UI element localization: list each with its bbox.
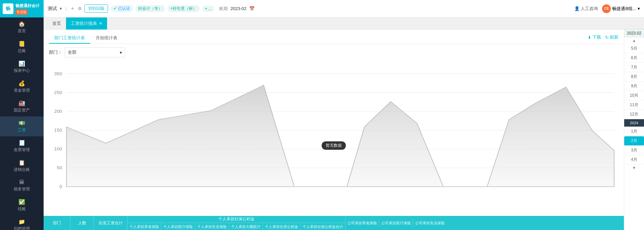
month-oct[interactable]: 10月	[624, 91, 644, 100]
sidebar-item-funds[interactable]: 💰 资金管理	[0, 77, 44, 97]
subtab-dept[interactable]: 部门工资统计表	[49, 33, 90, 44]
help-btn[interactable]: 👤 人工咨询	[574, 6, 598, 12]
tab-home[interactable]: 首页	[48, 17, 66, 30]
scroll-up-btn[interactable]: ▲	[624, 37, 644, 44]
archive-icon: 📁	[18, 219, 25, 225]
certified-badge: ✔ 已认证	[111, 5, 132, 12]
sidebar-item-assets[interactable]: 🏭 固定资产	[0, 97, 44, 117]
settings-gear-icon[interactable]: ⚙	[78, 6, 82, 11]
dept-select[interactable]: 全部 ▾	[65, 47, 125, 57]
sidebar-item-salary[interactable]: 💵 工资	[0, 117, 44, 136]
chart-container: 暂无数据 0 50 100 150 200 250	[44, 61, 624, 216]
svg-text:350: 350	[54, 72, 62, 76]
main-content: 测试 ▾ | ＋ ⚙ 切到旧版 ✔ 已认证 好会计（专） +好生意（标） + .…	[44, 0, 644, 230]
sidebar-item-ledger[interactable]: 📒 总账	[0, 37, 44, 57]
footer-group-cols: 个人承担养老保险 个人承担医疗保险 个人承担失业保险 个人承担大额医疗 个人承担…	[127, 223, 345, 230]
svg-text:250: 250	[54, 90, 62, 95]
funds-icon: 💰	[18, 80, 25, 87]
toolbar-left: 部门： 全部 ▾	[49, 47, 125, 57]
footer-company-pension: 公司承担养老保险	[345, 219, 379, 227]
sidebar-nav: 🏠 首页 📒 总账 📊 报表中心 💰 资金管理 🏭 固定资产 💵 工资 🧾 发票…	[0, 17, 44, 230]
month-sep[interactable]: 9月	[624, 82, 644, 91]
user-dropdown-icon: ▾	[638, 6, 640, 11]
sidebar-item-invoice[interactable]: 🧾 发票管理	[0, 136, 44, 156]
subtabs: 部门工资统计表 月份统计表 ⬇ 下载 ↻ 刷新	[44, 30, 624, 44]
chart-svg: 0 50 100 150 200 250 350	[49, 63, 619, 201]
footer-personal-unemployment: 个人承担失业保险	[195, 223, 229, 230]
footer-personal-large-medical: 个人承担大额医疗	[229, 223, 263, 230]
right-panel: 2023.02 ▲ 5月 6月 7月 8月 9月 10月 11月 12月 202…	[624, 30, 644, 230]
user-menu[interactable]: CE 畅捷通B组... ▾	[602, 4, 640, 13]
month-jan[interactable]: 1月	[624, 127, 644, 136]
sidebar: 畅 畅捷通好会计 专业版 🏠 首页 📒 总账 📊 报表中心 💰 资金管理 🏭 固…	[0, 0, 44, 230]
chart-tooltip: 暂无数据	[322, 141, 346, 150]
topbar-right: 👤 人工咨询 CE 畅捷通B组... ▾	[574, 4, 640, 13]
period-label: 账期	[219, 6, 228, 12]
sidebar-item-tax[interactable]: 🏛 税务管理	[0, 176, 44, 195]
sidebar-item-sales[interactable]: 📋 进销台账	[0, 156, 44, 176]
tab-salary-report[interactable]: 工资统计报表 ✕	[66, 17, 107, 30]
month-apr[interactable]: 4月	[624, 155, 644, 165]
calendar-icon[interactable]: 📅	[249, 6, 255, 11]
svg-text:50: 50	[57, 166, 62, 170]
sidebar-item-home[interactable]: 🏠 首页	[0, 17, 44, 37]
footer-personal-pension: 个人承担养老保险	[127, 223, 161, 230]
tabs-bar: 首页 工资统计报表 ✕	[44, 17, 644, 30]
download-icon: ⬇	[588, 35, 591, 40]
sidebar-item-closing[interactable]: ✅ 结账	[0, 195, 44, 215]
svg-text:150: 150	[54, 128, 62, 133]
month-may[interactable]: 5月	[624, 44, 644, 53]
month-jun[interactable]: 6月	[624, 53, 644, 63]
month-jul[interactable]: 7月	[624, 63, 644, 72]
home-icon: 🏠	[18, 21, 25, 27]
sidebar-item-archive[interactable]: 📁 归档管理	[0, 215, 44, 230]
help-icon: 👤	[574, 6, 580, 11]
reports-icon: 📊	[18, 60, 25, 67]
switch-to-old-btn[interactable]: 切到旧版	[85, 4, 108, 13]
footer-company-medical: 公司承担医疗保险	[379, 219, 413, 227]
year-marker-2024: 2024	[624, 119, 644, 127]
toolbar: 部门： 全部 ▾	[44, 44, 624, 61]
subtab-monthly[interactable]: 月份统计表	[90, 33, 123, 44]
footer-dept: 部门	[44, 216, 70, 230]
topbar: 测试 ▾ | ＋ ⚙ 切到旧版 ✔ 已认证 好会计（专） +好生意（标） + .…	[44, 0, 644, 17]
svg-text:200: 200	[54, 109, 62, 114]
sidebar-item-reports[interactable]: 📊 报表中心	[0, 57, 44, 77]
month-mar[interactable]: 3月	[624, 146, 644, 155]
svg-marker-14	[66, 85, 614, 187]
invoice-icon: 🧾	[18, 140, 25, 146]
sidebar-logo: 畅 畅捷通好会计 专业版	[0, 0, 44, 17]
add-icon[interactable]: ＋	[70, 5, 75, 12]
tab-close-icon[interactable]: ✕	[99, 21, 102, 26]
content-area: 部门工资统计表 月份统计表 ⬇ 下载 ↻ 刷新	[44, 30, 644, 230]
year-header-2023: 2023.02	[624, 30, 644, 37]
dept-label: 部门：	[49, 49, 62, 55]
month-feb-active[interactable]: 2月	[624, 136, 644, 146]
refresh-btn[interactable]: ↻ 刷新	[605, 34, 619, 40]
logo-icon: 畅	[3, 3, 13, 14]
period-value: 2023-02	[230, 6, 247, 11]
sales-icon: 📋	[18, 159, 25, 166]
badge-good-business: +好生意（标）	[168, 5, 200, 12]
footer-group-label: 个人承担社保公积金	[127, 216, 345, 223]
month-nov[interactable]: 11月	[624, 100, 644, 110]
month-dec[interactable]: 12月	[624, 110, 644, 119]
select-dropdown-icon: ▾	[120, 50, 122, 55]
company-dropdown-icon[interactable]: ▾	[60, 6, 62, 11]
download-btn[interactable]: ⬇ 下载	[588, 34, 601, 40]
footer-headcount: 人数	[70, 216, 94, 230]
footer-personal-housing: 个人承担住房公积金	[263, 223, 301, 230]
user-avatar: CE	[602, 4, 611, 13]
footer-company-unemployment: 公司承担失业保险	[413, 219, 447, 227]
footer-personal-group: 个人承担社保公积金 个人承担养老保险 个人承担医疗保险 个人承担失业保险 个人承…	[127, 216, 345, 230]
svg-text:0: 0	[59, 185, 62, 189]
logo-text: 畅捷通好会计 专业版	[15, 3, 40, 15]
salary-icon: 💵	[18, 120, 25, 126]
month-aug[interactable]: 8月	[624, 72, 644, 82]
scroll-down-btn[interactable]: ▼	[624, 165, 644, 171]
footer-personal-total: 个人承担社保公积金合计	[301, 223, 345, 230]
assets-icon: 🏭	[18, 100, 25, 106]
svg-text:100: 100	[54, 147, 62, 151]
topbar-divider1: |	[65, 6, 66, 11]
page-content: 部门工资统计表 月份统计表 ⬇ 下载 ↻ 刷新	[44, 30, 624, 230]
